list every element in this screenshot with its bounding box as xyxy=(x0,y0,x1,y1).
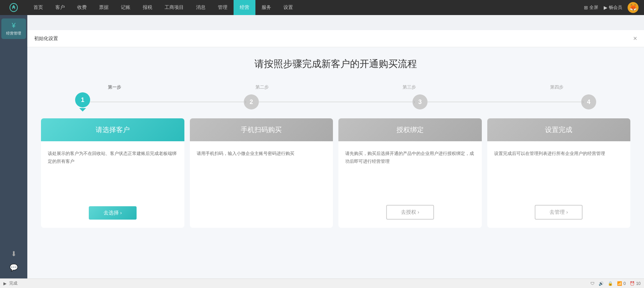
support-icon[interactable]: 💬 xyxy=(10,263,18,272)
status-left: ▶ 完成 xyxy=(3,280,17,286)
card-2-footer xyxy=(190,214,333,228)
play-icon: ▶ xyxy=(3,281,6,286)
nav-service[interactable]: 服务 xyxy=(255,0,277,15)
card-1-footer: 去选择 › xyxy=(41,201,184,228)
nav-business[interactable]: 工商项目 xyxy=(158,0,190,15)
logo-area xyxy=(0,0,27,15)
nav-manage[interactable]: 管理 xyxy=(212,0,234,15)
card-1-body: 该处展示的客户为不在回收站、客户状态正常建账后完成老板端绑定的所有客户 xyxy=(41,141,184,201)
status-text: 完成 xyxy=(9,280,17,286)
time-status: ⏰ 10 xyxy=(630,281,641,286)
card-4-footer: 去管理 › xyxy=(487,199,631,228)
go-authorize-button[interactable]: 去授权 › xyxy=(386,205,434,220)
yen-icon: ¥ xyxy=(12,22,15,29)
step-label-1: 第一步 xyxy=(41,84,188,90)
connector-2: › xyxy=(259,102,412,102)
nav-fee[interactable]: 收费 xyxy=(71,0,93,15)
download-icon[interactable]: ⬇ xyxy=(11,250,17,258)
card-1: 请选择客户 该处展示的客户为不在回收站、客户状态正常建账后完成老板端绑定的所有客… xyxy=(41,118,184,228)
page-header: 初始化设置 × xyxy=(27,30,644,47)
sidebar: ¥ 经营管理 ⬇ 💬 xyxy=(0,15,27,278)
nav-bookkeeping[interactable]: 记账 xyxy=(115,0,137,15)
step-label-4: 第四步 xyxy=(483,84,631,90)
card-1-header: 请选择客户 xyxy=(41,118,184,141)
status-right: 🛡 🔊 🔒 📶 0 ⏰ 10 xyxy=(590,281,641,286)
nav-operation[interactable]: 经营 xyxy=(234,0,255,15)
nav-home[interactable]: 首页 xyxy=(27,0,49,15)
cards-row: 请选择客户 该处展示的客户为不在回收站、客户状态正常建账后完成老板端绑定的所有客… xyxy=(41,118,630,228)
lock-icon: 🔒 xyxy=(608,281,613,286)
top-nav: 首页 客户 收费 票据 记账 报税 工商项目 消息 管理 经营 服务 设置 ⊞ … xyxy=(0,0,644,15)
card-3: 授权绑定 请先购买，购买后选择开通的产品中的企业用户进行授权绑定，成功后即可进行… xyxy=(338,118,482,228)
nav-ticket[interactable]: 票据 xyxy=(93,0,115,15)
card-4-header: 设置完成 xyxy=(487,118,631,141)
connector-1: › xyxy=(90,102,244,102)
card-2-header: 手机扫码购买 xyxy=(190,118,333,141)
circles-row: 1 › 2 › 3 xyxy=(41,92,630,112)
nav-message[interactable]: 消息 xyxy=(190,0,212,15)
go-select-button[interactable]: 去选择 › xyxy=(89,206,137,220)
page-title: 初始化设置 xyxy=(34,36,58,42)
main-content: 初始化设置 × 请按照步骤完成新客户的开通购买流程 第一步 第二步 第三步 第四… xyxy=(27,30,644,288)
card-4-body: 设置完成后可以在管理列表进行所有企业用户的经营管理 xyxy=(487,141,631,199)
card-2: 手机扫码购买 请用手机扫码，输入小微企业主账号密码进行购买 xyxy=(190,118,333,228)
shield-icon: 🛡 xyxy=(590,281,594,286)
step-1: 1 xyxy=(75,92,90,112)
sidebar-bottom: ⬇ 💬 xyxy=(10,250,18,272)
step-labels-row: 第一步 第二步 第三步 第四步 xyxy=(41,84,630,90)
nav-tax[interactable]: 报税 xyxy=(137,0,158,15)
connector-3: › xyxy=(428,102,581,102)
card-3-footer: 去授权 › xyxy=(338,199,482,228)
close-button[interactable]: × xyxy=(633,35,637,42)
main-title: 请按照步骤完成新客户的开通购买流程 xyxy=(41,57,630,70)
go-manage-button[interactable]: 去管理 › xyxy=(535,205,583,220)
fullscreen-btn[interactable]: ⊞ 全屏 xyxy=(584,4,598,11)
status-bar: ▶ 完成 🛡 🔊 🔒 📶 0 ⏰ 10 xyxy=(0,278,644,288)
member-btn[interactable]: ▶ 畅会员 xyxy=(604,4,622,11)
card-4: 设置完成 设置完成后可以在管理列表进行所有企业用户的经营管理 去管理 › xyxy=(487,118,631,228)
step-label-3: 第三步 xyxy=(336,84,483,90)
card-3-body: 请先购买，购买后选择开通的产品中的企业用户进行授权绑定，成功后即可进行经营管理 xyxy=(338,141,482,199)
nav-customer[interactable]: 客户 xyxy=(49,0,71,15)
avatar[interactable]: 🦊 xyxy=(628,2,639,13)
card-2-body: 请用手机扫码，输入小微企业主账号密码进行购买 xyxy=(190,141,333,214)
nav-items: 首页 客户 收费 票据 记账 报税 工商项目 消息 管理 经营 服务 设置 xyxy=(27,0,584,15)
volume-icon: 🔊 xyxy=(599,281,604,286)
nav-settings[interactable]: 设置 xyxy=(277,0,299,15)
card-3-header: 授权绑定 xyxy=(338,118,482,141)
step-1-pointer xyxy=(79,108,86,112)
sidebar-item-operation[interactable]: ¥ 经营管理 xyxy=(1,18,26,39)
step-circle-1: 1 xyxy=(75,92,90,107)
nav-right: ⊞ 全屏 ▶ 畅会员 🦊 xyxy=(584,2,644,13)
step-label-2: 第二步 xyxy=(188,84,336,90)
network-status: 📶 0 xyxy=(617,281,626,286)
steps-section: 第一步 第二步 第三步 第四步 1 › 2 xyxy=(41,84,630,112)
logo-icon xyxy=(8,2,19,13)
inner-content: 请按照步骤完成新客户的开通购买流程 第一步 第二步 第三步 第四步 1 › xyxy=(27,47,644,288)
